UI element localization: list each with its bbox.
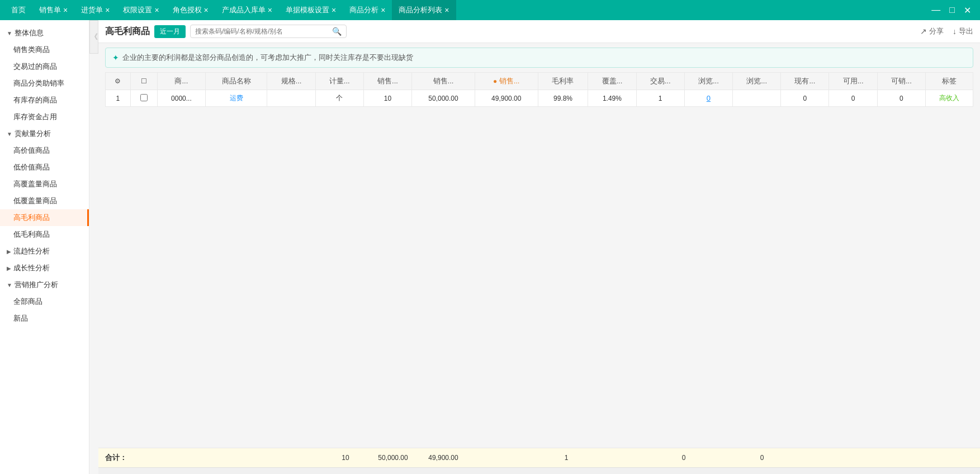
col-browse1: 浏览... [684,73,732,90]
close-icon[interactable]: × [444,6,449,14]
row-sellable: 0 [877,90,925,107]
nav-permission[interactable]: 权限设置 × [116,0,165,20]
row-browse2 [733,90,781,107]
arrow-down-icon: ▼ [7,30,12,36]
row-gross-rate: 99.8% [538,90,588,107]
main-layout: ▼ 整体信息 销售类商品 交易过的商品 商品分类助销率 有库存的商品 库存资金占… [0,20,980,474]
search-icon[interactable]: 🔍 [332,27,342,36]
close-icon[interactable]: × [204,6,209,14]
sidebar-item-low-margin[interactable]: 低毛利商品 [0,226,89,243]
nav-sales[interactable]: 销售单 × [32,0,74,20]
row-coverage: 1.49% [588,90,636,107]
share-button[interactable]: ↗ 分享 [920,26,944,36]
arrow-right-icon: ▶ [7,248,11,255]
nav-analysis-list[interactable]: 商品分析列表 × [392,0,456,20]
export-button[interactable]: ↓ 导出 [953,26,973,36]
sidebar-item-category-rate[interactable]: 商品分类助销率 [0,75,89,92]
sidebar-group-growth[interactable]: ▶ 成长性分析 [0,260,89,276]
sidebar-group-trend[interactable]: ▶ 流趋性分析 [0,243,89,260]
sidebar-item-traded-goods[interactable]: 交易过的商品 [0,58,89,75]
footer-current-stock: 0 [664,454,703,462]
nav-production[interactable]: 产成品入库单 × [215,0,279,20]
nav-analysis[interactable]: 商品分析 × [343,0,392,20]
arrow-down-icon: ▼ [7,131,12,137]
col-available: 可用... [829,73,877,90]
minimize-button[interactable]: — [927,5,945,15]
sidebar-item-stock-capital[interactable]: 库存资金占用 [0,109,89,125]
row-checkbox[interactable] [130,90,157,107]
sidebar-item-high-coverage[interactable]: 高覆盖量商品 [0,176,89,193]
col-current-stock: 现有... [781,73,829,90]
period-button[interactable]: 近一月 [154,25,186,38]
row-transaction: 1 [636,90,684,107]
footer-sellable: 0 [742,454,782,462]
sidebar-item-sales-goods[interactable]: 销售类商品 [0,41,89,58]
content-area: 高毛利商品 近一月 🔍 ↗ 分享 ↓ 导出 ✦ 企业的主要的利润都是这部分商品创… [98,20,980,474]
sidebar-item-low-coverage[interactable]: 低覆盖量商品 [0,193,89,209]
sidebar-item-high-value[interactable]: 高价值商品 [0,142,89,159]
content-header: 高毛利商品 近一月 🔍 ↗ 分享 ↓ 导出 [98,20,980,43]
col-checkbox[interactable]: ☐ [130,73,157,90]
data-table: ⚙ ☐ 商... 商品名称 规格... 计量... 销售... 销售... ● … [105,72,973,107]
row-checkbox-input[interactable] [140,94,148,101]
horizontal-scrollbar[interactable] [98,467,980,474]
footer-sales-qty: 10 [323,454,368,462]
maximize-button[interactable]: □ [945,5,959,15]
sidebar: ▼ 整体信息 销售类商品 交易过的商品 商品分类助销率 有库存的商品 库存资金占… [0,20,89,474]
sidebar-collapse-button[interactable]: 《 [89,20,98,54]
row-spec [267,90,315,107]
sidebar-group-marketing[interactable]: ▼ 营销推广分析 [0,276,89,293]
top-nav: 首页 销售单 × 进货单 × 权限设置 × 角色授权 × 产成品入库单 × 单据… [0,0,980,20]
close-icon[interactable]: × [268,6,272,14]
col-tag: 标签 [925,73,973,90]
col-gross-rate: 毛利率 [538,73,588,90]
nav-purchase[interactable]: 进货单 × [74,0,116,20]
col-unit: 计量... [315,73,363,90]
col-settings[interactable]: ⚙ [106,73,131,90]
col-sellable: 可销... [877,73,925,90]
footer-label: 合计： [105,453,150,463]
close-icon[interactable]: × [154,6,159,14]
close-icon[interactable]: × [381,6,385,14]
footer-transaction: 1 [547,454,586,462]
col-sales-amount: 销售... [412,73,475,90]
nav-template[interactable]: 单据模板设置 × [279,0,343,20]
sidebar-item-all-goods[interactable]: 全部商品 [0,293,89,310]
col-browse2: 浏览... [733,73,781,90]
sidebar-item-in-stock[interactable]: 有库存的商品 [0,92,89,109]
row-browse1[interactable]: 0 [684,90,732,107]
close-button[interactable]: ✕ [959,5,976,16]
tip-icon: ✦ [112,53,119,62]
close-icon[interactable]: × [332,6,336,14]
row-name[interactable]: 运费 [205,90,267,107]
sidebar-item-low-value[interactable]: 低价值商品 [0,159,89,176]
row-sales-profit: 49,900.00 [475,90,538,107]
sidebar-group-overall[interactable]: ▼ 整体信息 [0,25,89,41]
col-name: 商品名称 [205,73,267,90]
col-sales-profit: ● 销售... [475,73,538,90]
tip-bar: ✦ 企业的主要的利润都是这部分商品创造的，可考虑加大推广，同时关注库存是不要出现… [105,48,973,68]
export-icon: ↓ [953,27,957,36]
nav-role[interactable]: 角色授权 × [166,0,215,20]
footer-cells: 10 50,000.00 49,900.00 1 0 0 [150,454,973,462]
sidebar-item-new-goods[interactable]: 新品 [0,310,89,327]
table-wrapper: ⚙ ☐ 商... 商品名称 规格... 计量... 销售... 销售... ● … [98,72,980,448]
sidebar-item-high-margin[interactable]: 高毛利商品 [0,209,89,226]
footer-sales-amount: 50,000.00 [368,454,418,462]
col-spec: 规格... [267,73,315,90]
share-icon: ↗ [920,27,927,36]
search-box[interactable]: 🔍 [190,25,347,38]
close-icon[interactable]: × [63,6,68,14]
close-icon[interactable]: × [105,6,110,14]
row-tag: 高收入 [925,90,973,107]
footer-sales-profit: 49,900.00 [418,454,468,462]
row-unit: 个 [315,90,363,107]
col-coverage: 覆盖... [588,73,636,90]
arrow-right-icon: ▶ [7,265,11,271]
search-input[interactable] [195,27,330,35]
sidebar-group-contribution[interactable]: ▼ 贡献量分析 [0,125,89,142]
table-row: 1 0000... 运费 个 10 50,000.00 49,900.00 99… [106,90,973,107]
nav-home[interactable]: 首页 [4,0,32,20]
row-available: 0 [829,90,877,107]
table-header-row: ⚙ ☐ 商... 商品名称 规格... 计量... 销售... 销售... ● … [106,73,973,90]
